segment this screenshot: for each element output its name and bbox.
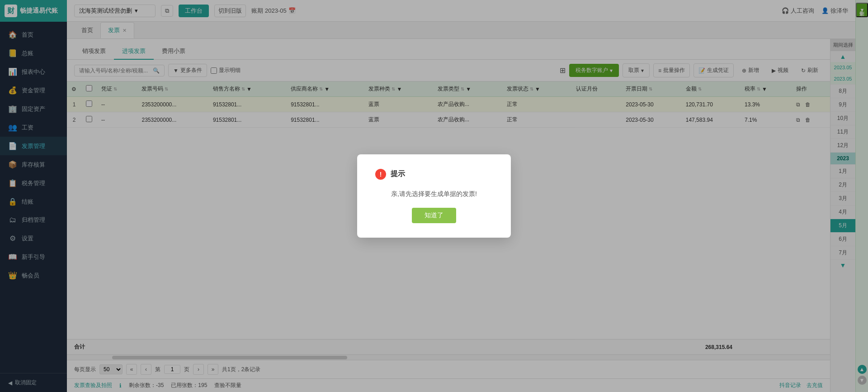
modal-title: 提示 <box>391 169 405 179</box>
modal-header: ! 提示 <box>375 169 405 180</box>
modal-dialog: ! 提示 亲,请先选择要生成单据的发票! 知道了 <box>357 154 511 238</box>
modal-body: 亲,请先选择要生成单据的发票! <box>391 189 477 199</box>
modal-overlay: ! 提示 亲,请先选择要生成单据的发票! 知道了 <box>0 0 868 392</box>
warning-icon: ! <box>375 169 386 180</box>
modal-message: 亲,请先选择要生成单据的发票! <box>391 190 477 197</box>
modal-footer: 知道了 <box>412 208 456 223</box>
modal-confirm-button[interactable]: 知道了 <box>412 208 456 223</box>
